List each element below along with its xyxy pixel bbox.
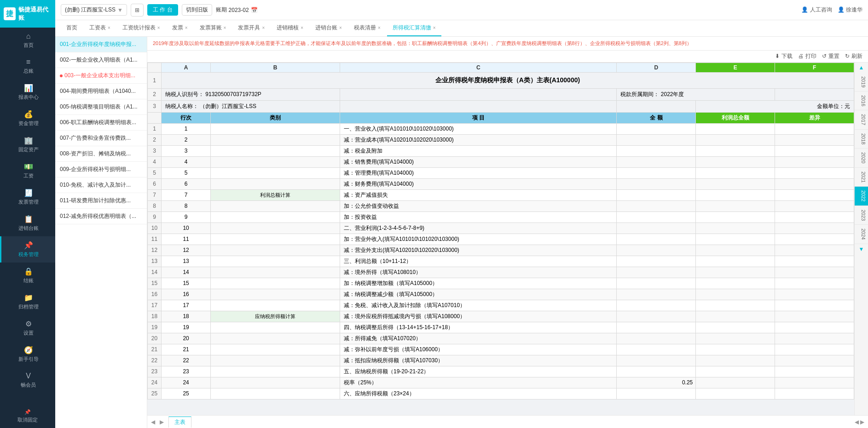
row-item-14[interactable]: 加：纳税调整增加额（填写A105000） <box>340 278 617 289</box>
sidebar-item-sales[interactable]: 📋进销台账 <box>0 210 55 236</box>
row-item-10[interactable]: 加：营业外收入(填写A101010\101020\103000) <box>340 234 617 245</box>
row-amount-16[interactable] <box>617 300 696 311</box>
row-amount-7[interactable] <box>617 200 696 211</box>
row-amount-6[interactable] <box>617 189 696 200</box>
row-profit-17[interactable] <box>696 311 775 322</box>
row-diff-21[interactable] <box>775 355 854 366</box>
row-item-19[interactable]: 减：所得减免（填写A107020） <box>340 333 617 344</box>
workbench-button[interactable]: 工 作 台 <box>147 4 178 16</box>
row-amount-23[interactable]: 0.25 <box>617 377 696 388</box>
row-diff-1[interactable] <box>775 134 854 145</box>
row-amount-21[interactable] <box>617 355 696 366</box>
row-amount-5[interactable] <box>617 178 696 189</box>
year-item-2021[interactable]: 2021 <box>855 168 868 187</box>
sidebar-item-member[interactable]: V畅会员 <box>0 367 55 393</box>
row-amount-0[interactable] <box>617 123 696 134</box>
row-diff-16[interactable] <box>775 300 854 311</box>
sheet-tab-main[interactable]: 主表 <box>168 417 191 428</box>
row-profit-13[interactable] <box>696 267 775 278</box>
row-profit-12[interactable] <box>696 256 775 267</box>
sidebar-item-settings[interactable]: ⚙设置 <box>0 315 55 341</box>
row-profit-9[interactable] <box>696 223 775 234</box>
row-item-6[interactable]: 减：资产减值损失 <box>340 189 617 200</box>
row-item-2[interactable]: 减：税金及附加 <box>340 145 617 156</box>
row-profit-1[interactable] <box>696 134 775 145</box>
nav-tab-sales_check[interactable]: 进销稽核× <box>271 20 309 36</box>
row-diff-5[interactable] <box>775 178 854 189</box>
row-item-15[interactable]: 减：纳税调整减少额（填写A105000） <box>340 289 617 300</box>
nav-tab-home[interactable]: 首页 <box>61 20 83 36</box>
panel-item-012[interactable]: 012-减免所得税优惠明细表（... <box>55 209 147 224</box>
panel-item-011[interactable]: 011-研发费用加计扣除优惠... <box>55 193 147 209</box>
sidebar-item-guide[interactable]: 🧭新手引导 <box>0 341 55 367</box>
row-diff-6[interactable] <box>775 189 854 200</box>
row-profit-5[interactable] <box>696 178 775 189</box>
tab-close-icon[interactable]: × <box>339 25 342 30</box>
calendar-icon[interactable]: 📅 <box>251 7 258 13</box>
row-amount-17[interactable] <box>617 311 696 322</box>
row-profit-23[interactable] <box>696 377 775 388</box>
row-diff-8[interactable] <box>775 211 854 223</box>
sidebar-item-close[interactable]: 🔒结账 <box>0 263 55 289</box>
download-btn[interactable]: ⬇ 下载 <box>775 52 793 60</box>
year-item-2017[interactable]: 2017 <box>855 110 868 129</box>
row-item-12[interactable]: 三、利润总额（10+11-12） <box>340 256 617 267</box>
panel-item-007[interactable]: 007-广告费和业务宣传费跌... <box>55 131 147 146</box>
row-amount-3[interactable] <box>617 156 696 167</box>
row-diff-12[interactable] <box>775 256 854 267</box>
row-amount-14[interactable] <box>617 278 696 289</box>
row-item-3[interactable]: 减：销售费用(填写A104000) <box>340 156 617 167</box>
row-profit-18[interactable] <box>696 322 775 333</box>
row-profit-20[interactable] <box>696 344 775 355</box>
row-amount-10[interactable] <box>617 234 696 245</box>
year-scroll-down[interactable]: ▼ <box>855 244 868 254</box>
row-item-17[interactable]: 减：境外应税所得抵减境内亏损（填写A108000） <box>340 311 617 322</box>
row-profit-3[interactable] <box>696 156 775 167</box>
panel-item-004[interactable]: 004-期间费用明细表（A1040... <box>55 84 147 99</box>
company-selector[interactable]: (勿删) 江西服宝-LSS ▼ <box>61 4 127 16</box>
tab-close-icon[interactable]: × <box>185 25 188 30</box>
year-item-2018[interactable]: 2018 <box>855 130 868 148</box>
sheet-nav-left[interactable]: ◀ <box>151 419 155 425</box>
refresh-btn[interactable]: ↻ 刷新 <box>845 52 862 60</box>
nav-tab-tax_calc[interactable]: 所得税汇算清缴× <box>387 20 441 36</box>
row-item-9[interactable]: 二、营业利润(1-2-3-4-5-6-7-8+9) <box>340 223 617 234</box>
row-diff-15[interactable] <box>775 289 854 300</box>
sidebar-item-fund[interactable]: 💰资金管理 <box>0 105 55 131</box>
sheet-nav-right[interactable]: ▶ <box>160 419 164 425</box>
row-amount-1[interactable] <box>617 134 696 145</box>
row-diff-24[interactable] <box>775 388 854 399</box>
sidebar-item-report[interactable]: 📊报表中心 <box>0 79 55 105</box>
row-diff-9[interactable] <box>775 223 854 234</box>
year-item-2024[interactable]: 2024 <box>855 225 868 244</box>
panel-item-002[interactable]: 002-一般企业收入明细表（A1... <box>55 52 147 68</box>
sidebar-item-tax[interactable]: 📌税务管理 <box>0 236 55 263</box>
nav-tab-invoice_open[interactable]: 发票开具× <box>232 20 270 36</box>
nav-tab-invoice_m[interactable]: 发票× <box>167 20 193 36</box>
sidebar-item-invoice[interactable]: 🧾发票管理 <box>0 184 55 210</box>
nav-tab-invoice_calc[interactable]: 发票算账× <box>194 20 232 36</box>
row-profit-14[interactable] <box>696 278 775 289</box>
row-item-11[interactable]: 减：营业外支出(填写A102010\102020\103000) <box>340 245 617 256</box>
row-amount-9[interactable] <box>617 223 696 234</box>
year-item-2016[interactable]: 2016 <box>855 91 868 110</box>
panel-item-009[interactable]: 009-企业所得税补亏损明细... <box>55 162 147 177</box>
reset-btn[interactable]: ↺ 重置 <box>822 52 839 60</box>
row-item-23[interactable]: 税率（25%） <box>340 377 617 388</box>
row-diff-2[interactable] <box>775 145 854 156</box>
row-diff-23[interactable] <box>775 377 854 388</box>
panel-item-003[interactable]: 003-一般企业成本支出明细... <box>55 68 147 84</box>
row-diff-3[interactable] <box>775 156 854 167</box>
row-amount-13[interactable] <box>617 267 696 278</box>
row-item-13[interactable]: 减：境外所得（填写A108010） <box>340 267 617 278</box>
row-amount-4[interactable] <box>617 167 696 178</box>
tab-close-icon[interactable]: × <box>157 25 160 30</box>
row-amount-20[interactable] <box>617 344 696 355</box>
row-profit-7[interactable] <box>696 200 775 211</box>
sidebar-bottom-pin[interactable]: 📌 取消固定 <box>0 405 55 428</box>
row-amount-18[interactable] <box>617 322 696 333</box>
row-profit-15[interactable] <box>696 289 775 300</box>
sidebar-item-salary[interactable]: 💵工资 <box>0 158 55 184</box>
row-profit-16[interactable] <box>696 300 775 311</box>
year-item-2023[interactable]: 2023 <box>855 206 868 225</box>
